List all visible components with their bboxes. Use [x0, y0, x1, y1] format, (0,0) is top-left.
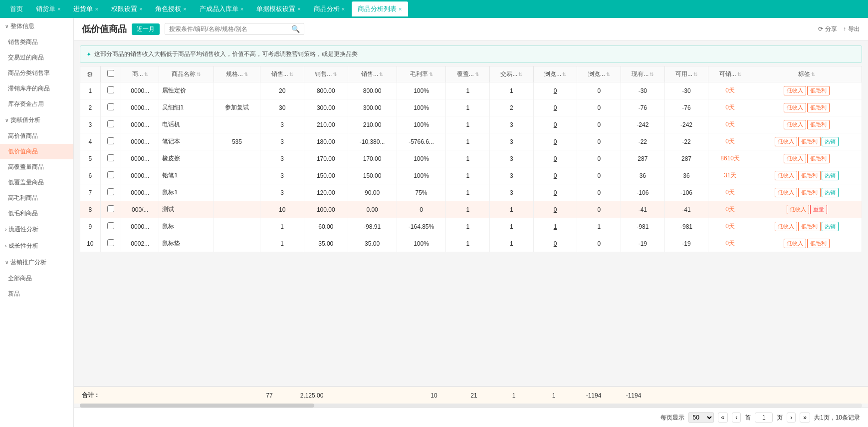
col-sale-price[interactable]: 销售...⇅: [304, 66, 348, 82]
row-select-checkbox[interactable]: [107, 171, 114, 178]
col-checkbox[interactable]: [100, 66, 121, 82]
page-number-input[interactable]: [755, 413, 773, 423]
col-sellable[interactable]: 可销...⇅: [708, 66, 752, 82]
sidebar-section-flow[interactable]: › 流通性分析: [0, 221, 73, 238]
col-sale-qty[interactable]: 销售...⇅: [260, 66, 304, 82]
row-select-checkbox[interactable]: [107, 239, 114, 246]
row-select-checkbox[interactable]: [107, 137, 114, 144]
views1: 0: [533, 82, 577, 99]
share-button[interactable]: ⟳ 分享: [818, 25, 837, 33]
col-coverage[interactable]: 覆盖...⇅: [446, 66, 490, 82]
scrollbar-thumb[interactable]: [80, 404, 314, 408]
nav-permissions[interactable]: 权限设置 ×: [105, 1, 148, 16]
views-link[interactable]: 0: [554, 104, 557, 111]
col-views1[interactable]: 浏览...⇅: [533, 66, 577, 82]
nav-role[interactable]: 角色授权 ×: [149, 1, 192, 16]
views2: 0: [577, 82, 621, 99]
views-link[interactable]: 0: [554, 87, 557, 94]
col-name[interactable]: 商品名称⇅: [159, 66, 214, 82]
views-link[interactable]: 0: [554, 206, 557, 213]
sidebar-item-sales-products[interactable]: 销售类商品: [0, 34, 73, 50]
product-spec: [214, 116, 260, 133]
horizontal-scrollbar[interactable]: [80, 404, 862, 408]
views-link[interactable]: 0: [554, 189, 557, 196]
sidebar-item-slow-products[interactable]: 滞销库序的商品: [0, 81, 73, 96]
col-tags[interactable]: 标签⇅: [752, 66, 862, 82]
row-select-checkbox[interactable]: [107, 86, 114, 93]
sidebar-item-stock-capital[interactable]: 库存资金占用: [0, 96, 73, 112]
row-checkbox[interactable]: [100, 184, 121, 201]
row-select-checkbox[interactable]: [107, 103, 114, 110]
prev-page-button[interactable]: ‹: [732, 413, 741, 423]
col-code[interactable]: 商...⇅: [121, 66, 159, 82]
close-icon[interactable]: ×: [240, 6, 243, 12]
close-icon[interactable]: ×: [297, 6, 300, 12]
nav-sales[interactable]: 销货单 ×: [30, 1, 66, 16]
search-icon[interactable]: 🔍: [291, 25, 300, 33]
row-select-checkbox[interactable]: [107, 154, 114, 161]
sidebar-item-high-margin[interactable]: 高毛利商品: [0, 190, 73, 206]
close-icon[interactable]: ×: [95, 6, 98, 12]
nav-analysis[interactable]: 商品分析 ×: [308, 1, 351, 16]
sidebar-item-traded-products[interactable]: 交易过的商品: [0, 50, 73, 65]
col-margin[interactable]: 毛利率⇅: [397, 66, 446, 82]
nav-analysis-list[interactable]: 商品分析列表 ×: [352, 1, 408, 16]
row-select-checkbox[interactable]: [107, 205, 114, 212]
sidebar-section-overview[interactable]: ∨ 整体信息: [0, 18, 73, 34]
sidebar-section-contribution[interactable]: ∨ 贡献值分析: [0, 112, 73, 128]
first-page-button[interactable]: «: [718, 413, 728, 423]
period-button[interactable]: 近一月: [132, 23, 160, 35]
views-link[interactable]: 0: [554, 240, 557, 247]
views-link[interactable]: 0: [554, 172, 557, 179]
col-transactions[interactable]: 交易...⇅: [490, 66, 534, 82]
nav-sales-label: 销货单: [36, 4, 55, 13]
row-checkbox[interactable]: [100, 235, 121, 252]
sidebar-section-growth[interactable]: › 成长性分析: [0, 238, 73, 254]
close-icon[interactable]: ×: [399, 6, 402, 12]
views-link[interactable]: 1: [554, 223, 557, 230]
sidebar-section-marketing[interactable]: ∨ 营销推广分析: [0, 254, 73, 271]
row-select-checkbox[interactable]: [107, 120, 114, 127]
row-checkbox[interactable]: [100, 99, 121, 116]
row-checkbox[interactable]: [100, 167, 121, 184]
export-button[interactable]: ↑ 导出: [843, 25, 860, 33]
row-select-checkbox[interactable]: [107, 188, 114, 195]
per-page-select[interactable]: 50 20 100: [688, 412, 714, 423]
close-icon[interactable]: ×: [57, 6, 60, 12]
views-link[interactable]: 0: [554, 138, 557, 145]
row-checkbox[interactable]: [100, 218, 121, 235]
row-checkbox[interactable]: [100, 116, 121, 133]
views-link[interactable]: 0: [554, 121, 557, 128]
last-page-button[interactable]: »: [800, 413, 810, 423]
views-link[interactable]: 0: [554, 155, 557, 162]
select-all-checkbox[interactable]: [107, 70, 114, 77]
search-input[interactable]: [169, 25, 289, 32]
row-checkbox[interactable]: [100, 133, 121, 150]
col-sale-amount[interactable]: 销售...⇅: [348, 66, 397, 82]
row-checkbox[interactable]: [100, 150, 121, 167]
nav-home[interactable]: 首页: [4, 1, 29, 16]
nav-purchase[interactable]: 进货单 ×: [67, 1, 104, 16]
nav-product-stock[interactable]: 产成品入库单 ×: [194, 1, 249, 16]
sidebar-item-high-value[interactable]: 高价值商品: [0, 128, 73, 144]
row-select-checkbox[interactable]: [107, 222, 114, 229]
col-available[interactable]: 可用...⇅: [664, 66, 708, 82]
col-current[interactable]: 现有...⇅: [621, 66, 665, 82]
close-icon[interactable]: ×: [139, 6, 142, 12]
sidebar-item-low-value[interactable]: 低价值商品: [0, 144, 73, 159]
col-spec[interactable]: 规格...⇅: [214, 66, 260, 82]
sidebar-item-low-margin[interactable]: 低毛利商品: [0, 206, 73, 221]
sidebar-item-high-coverage[interactable]: 高覆盖量商品: [0, 159, 73, 175]
row-checkbox[interactable]: [100, 201, 121, 218]
sidebar-item-low-coverage[interactable]: 低覆盖量商品: [0, 175, 73, 190]
row-checkbox[interactable]: [100, 82, 121, 99]
sidebar-item-category-sales-rate[interactable]: 商品分类销售率: [0, 65, 73, 81]
nav-template[interactable]: 单据模板设置 ×: [250, 1, 306, 16]
sidebar-item-new-products[interactable]: 新品: [0, 286, 73, 302]
col-views2[interactable]: 浏览...⇅: [577, 66, 621, 82]
sidebar-item-all-products[interactable]: 全部商品: [0, 271, 73, 286]
close-icon[interactable]: ×: [183, 6, 186, 12]
col-gear[interactable]: ⚙: [80, 66, 101, 82]
close-icon[interactable]: ×: [342, 6, 345, 12]
next-page-button[interactable]: ›: [787, 413, 796, 423]
